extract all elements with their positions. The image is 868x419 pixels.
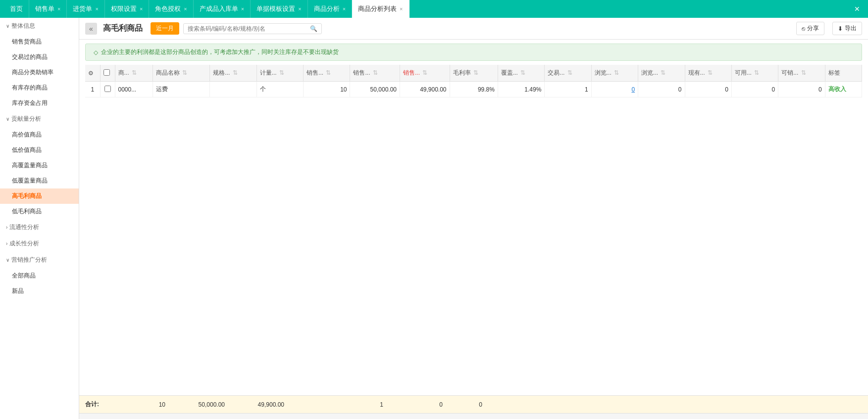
cell-browse1[interactable]: 0	[591, 82, 638, 97]
share-icon: ⎋	[802, 25, 805, 32]
col-gross-margin[interactable]: 毛利率 ⇅	[450, 65, 498, 82]
horizontal-scrollbar[interactable]	[79, 413, 868, 419]
footer-label: 合计:	[85, 400, 99, 409]
page-title: 高毛利商品	[103, 23, 143, 34]
main-area: ∨ 整体信息 销售货商品 交易过的商品 商品分类助销率 有库存的商品 库存资金占…	[0, 18, 868, 419]
select-all-checkbox[interactable]	[103, 69, 110, 76]
cell-coverage: 1.49%	[498, 82, 544, 97]
sidebar-group-contribution[interactable]: ∨ 贡献量分析	[0, 111, 79, 127]
nav-product-analysis[interactable]: 商品分析 ×	[308, 0, 352, 18]
nav-close-permission[interactable]: ×	[140, 6, 143, 12]
sidebar-item-low-coverage[interactable]: 低覆盖量商品	[0, 173, 79, 188]
sidebar-item-low-value[interactable]: 低价值商品	[0, 142, 79, 158]
nav-home[interactable]: 首页	[4, 0, 29, 18]
col-unit[interactable]: 计量... ⇅	[256, 65, 303, 82]
col-name[interactable]: 商品名称 ⇅	[153, 65, 210, 82]
sidebar-item-new-goods[interactable]: 新品	[0, 283, 79, 299]
col-available[interactable]: 可用... ⇅	[731, 65, 778, 82]
col-coverage[interactable]: 覆盖... ⇅	[498, 65, 544, 82]
nav-close-purchase[interactable]: ×	[95, 6, 98, 12]
nav-role-auth[interactable]: 角色授权 ×	[149, 0, 193, 18]
sidebar-item-traded-goods[interactable]: 交易过的商品	[0, 49, 79, 65]
row-checkbox[interactable]	[104, 86, 111, 92]
col-browse1[interactable]: 浏览... ⇅	[591, 65, 638, 82]
cell-spec	[210, 82, 256, 97]
cell-gross-margin: 99.8%	[450, 82, 498, 97]
nav-close-analysis[interactable]: ×	[343, 6, 346, 12]
content-area: « 高毛利商品 近一月 🔍 ⎋ 分享 ⬇ 导出 ◇ 企业的主要的利润都是这部分商…	[79, 18, 868, 419]
footer-available: 0	[386, 401, 446, 408]
sidebar-item-in-stock[interactable]: 有库存的商品	[0, 80, 79, 95]
cell-tag: 高收入	[825, 82, 862, 97]
col-tag: 标签	[825, 65, 862, 82]
nav-template-settings[interactable]: 单据模板设置 ×	[251, 0, 307, 18]
col-saleable[interactable]: 可销... ⇅	[778, 65, 825, 82]
arrow-growth: ›	[6, 241, 7, 246]
cell-checkbox[interactable]	[100, 82, 115, 97]
nav-permission-settings[interactable]: 权限设置 ×	[105, 0, 149, 18]
export-button[interactable]: ⬇ 导出	[832, 22, 862, 35]
sidebar-group-marketing[interactable]: ∨ 营销推广分析	[0, 252, 79, 268]
cell-saleable: 0	[778, 82, 825, 97]
sidebar-group-overall[interactable]: ∨ 整体信息	[0, 18, 79, 34]
footer-sales-amount: 50,000.00	[168, 401, 228, 408]
window-controls: ✕	[850, 5, 864, 13]
col-sales-profit[interactable]: 销售... ⇅	[400, 65, 450, 82]
cell-unit: 个	[256, 82, 303, 97]
cell-sales-qty: 10	[304, 82, 350, 97]
share-button[interactable]: ⎋ 分享	[796, 22, 824, 35]
sidebar-item-low-margin[interactable]: 低毛利商品	[0, 204, 79, 219]
nav-close-sales[interactable]: ×	[57, 6, 60, 12]
sidebar-collapse-button[interactable]: «	[85, 23, 97, 35]
time-filter-recent-month[interactable]: 近一月	[151, 22, 179, 35]
arrow-overall: ∨	[6, 23, 9, 29]
search-icon[interactable]: 🔍	[310, 25, 317, 32]
cell-code: 0000...	[115, 82, 153, 97]
col-transaction[interactable]: 交易... ⇅	[545, 65, 591, 82]
sidebar-item-category-rate[interactable]: 商品分类助销率	[0, 65, 79, 80]
nav-close-role[interactable]: ×	[184, 6, 187, 12]
arrow-marketing: ∨	[6, 257, 9, 263]
col-current-stock[interactable]: 现有... ⇅	[685, 65, 731, 82]
sidebar-item-high-value[interactable]: 高价值商品	[0, 127, 79, 142]
sidebar-item-all-goods[interactable]: 全部商品	[0, 268, 79, 283]
cell-available: 0	[731, 82, 778, 97]
nav-sales-order[interactable]: 销售单 ×	[29, 0, 67, 18]
cell-name: 运费	[153, 82, 210, 97]
col-checkbox[interactable]	[100, 65, 115, 82]
search-input[interactable]	[188, 25, 308, 32]
sidebar-item-high-coverage[interactable]: 高覆盖量商品	[0, 158, 79, 173]
col-settings[interactable]: ⚙	[85, 65, 100, 82]
nav-product-inbound[interactable]: 产成品入库单 ×	[194, 0, 251, 18]
window-close-btn[interactable]: ✕	[854, 5, 860, 13]
nav-close-template[interactable]: ×	[298, 6, 301, 12]
col-spec[interactable]: 规格... ⇅	[210, 65, 256, 82]
nav-close-inbound[interactable]: ×	[241, 6, 244, 12]
footer-saleable: 0	[446, 401, 485, 408]
info-icon: ◇	[94, 49, 98, 56]
nav-analysis-list[interactable]: 商品分析列表 ×	[352, 0, 409, 18]
nav-close-analysis-list[interactable]: ×	[400, 6, 403, 12]
info-banner: ◇ 企业的主要的利润都是这部分商品创造的，可考虑加大推广，同时关注库存是不要出现…	[85, 44, 862, 61]
footer-sales-qty: 10	[109, 401, 168, 408]
sidebar-item-sales-goods[interactable]: 销售货商品	[0, 34, 79, 49]
cell-sales-profit: 49,900.00	[400, 82, 450, 97]
content-header: « 高毛利商品 近一月 🔍 ⎋ 分享 ⬇ 导出	[79, 18, 868, 40]
cell-sales-amount: 50,000.00	[350, 82, 400, 97]
col-sales-amount[interactable]: 销售... ⇅	[350, 65, 400, 82]
col-sales-qty[interactable]: 销售... ⇅	[304, 65, 350, 82]
footer-cells: 10 50,000.00 49,900.00 1 0 0	[109, 401, 485, 408]
footer-total-bar: 合计: 10 50,000.00 49,900.00 1 0 0	[79, 395, 868, 413]
sidebar-item-high-margin[interactable]: 高毛利商品	[0, 188, 79, 204]
sidebar-item-stock-capital[interactable]: 库存资金占用	[0, 95, 79, 111]
nav-purchase-order[interactable]: 进货单 ×	[67, 0, 104, 18]
top-navigation: 首页 销售单 × 进货单 × 权限设置 × 角色授权 × 产成品入库单 × 单据…	[0, 0, 868, 18]
footer-sales-profit: 49,900.00	[228, 401, 287, 408]
col-browse2[interactable]: 浏览... ⇅	[638, 65, 685, 82]
cell-browse2: 0	[638, 82, 685, 97]
footer-transaction: 1	[287, 401, 386, 408]
col-code[interactable]: 商... ⇅	[115, 65, 153, 82]
sidebar-group-growth[interactable]: › 成长性分析	[0, 235, 79, 252]
product-table: ⚙ 商... ⇅ 商品名称 ⇅ 规格... ⇅ 计量... ⇅ 销售... ⇅ …	[85, 65, 862, 97]
sidebar-group-circulation[interactable]: › 流通性分析	[0, 219, 79, 235]
